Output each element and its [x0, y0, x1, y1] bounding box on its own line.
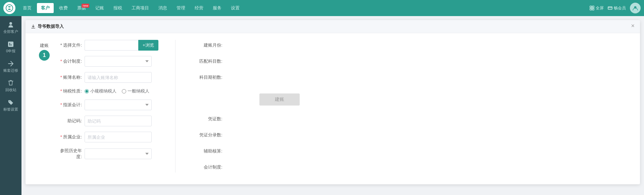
svg-rect-4: [592, 8, 594, 10]
accounting-system-row: 会计制度:: [55, 56, 158, 67]
tax-option-small[interactable]: 小规模纳税人: [85, 88, 116, 94]
sidebar: 全部客户 0申报 账套迁移 回收站 标签设置: [0, 16, 21, 195]
nav-business[interactable]: 经营: [191, 3, 207, 13]
company-label: 所属企业:: [55, 134, 82, 140]
company-input[interactable]: [85, 132, 152, 142]
tax-option-general[interactable]: 一般纳税人: [122, 88, 149, 94]
dialog: 导爷数据导入 × 建账 1 * 选择文件:: [26, 20, 640, 184]
nav-manage[interactable]: 管理: [172, 3, 189, 13]
step-label: 建账 1: [39, 40, 50, 61]
layout: 全部客户 0申报 账套迁移 回收站 标签设置 导爷数据导入: [0, 16, 644, 195]
form-section: * 选择文件: +浏览 会计制度:: [55, 40, 158, 160]
step-text: 建账: [40, 43, 49, 49]
sidebar-item-zero-report[interactable]: 0申报: [1, 38, 20, 56]
history-year-select[interactable]: [85, 148, 152, 159]
svg-point-0: [6, 5, 13, 11]
fullscreen-button[interactable]: 全屏: [590, 5, 604, 11]
match-subject-row: 匹配科目数:: [192, 56, 300, 67]
top-nav: 首页 客户 收费 票据 new 记账 报税 工商项目 消息 管理 经营 服务 设…: [0, 0, 644, 16]
accountant-select[interactable]: [85, 100, 152, 110]
nav-bookkeeping[interactable]: 记账: [91, 3, 108, 13]
ledger-name-row: 账簿名称:: [55, 72, 158, 83]
svg-rect-3: [590, 8, 592, 10]
nav-right: 全屏 畅会员: [590, 3, 641, 13]
member-label: 畅会员: [614, 5, 626, 11]
nav-service[interactable]: 服务: [209, 3, 226, 13]
step-circle: 1: [39, 50, 50, 61]
nav-items: 首页 客户 收费 票据 new 记账 报税 工商项目 消息 管理 经营 服务 设…: [19, 3, 590, 13]
tax-type-row: 纳税性质: 小规模纳税人 一般纳税人: [55, 88, 158, 94]
sidebar-item-migrate[interactable]: 账套迁移: [1, 58, 20, 76]
nav-message[interactable]: 消息: [154, 3, 171, 13]
step-section: 建账 1 * 选择文件: +浏览: [39, 40, 158, 173]
svg-rect-2: [592, 6, 594, 8]
sidebar-item-all-customers[interactable]: 全部客户: [1, 19, 20, 37]
user-avatar[interactable]: [630, 3, 641, 13]
memo-code-row: 助记码:: [55, 116, 158, 126]
build-month-label: 建账月份:: [192, 42, 222, 48]
accountant-row: 指派会计:: [55, 100, 158, 110]
dialog-body: 建账 1 * 选择文件: +浏览: [26, 33, 640, 179]
right-accounting-system-label: 会计制度:: [192, 164, 222, 170]
history-year-label: 参照历史年度:: [55, 148, 82, 160]
accounting-system-select[interactable]: [85, 56, 152, 67]
tax-radio-general[interactable]: [122, 89, 126, 93]
sidebar-item-tag[interactable]: 标签设置: [1, 96, 20, 115]
voucher-entries-label: 凭证分录数:: [192, 132, 222, 138]
nav-logo[interactable]: [3, 2, 15, 14]
history-year-row: 参照历史年度:: [55, 148, 158, 160]
tax-radio-small[interactable]: [85, 89, 89, 93]
file-input-wrap: +浏览: [85, 40, 158, 51]
nav-fee[interactable]: 收费: [55, 3, 72, 13]
dialog-title: 导爷数据导入: [38, 23, 64, 29]
ledger-name-label: 账簿名称:: [55, 74, 82, 80]
file-input[interactable]: [85, 40, 138, 51]
svg-rect-5: [608, 7, 612, 9]
accounting-system-label: 会计制度:: [55, 58, 82, 64]
memo-code-input[interactable]: [85, 116, 152, 126]
nav-tax[interactable]: 报税: [109, 3, 126, 13]
right-section: 建账月份: 匹配科目数: 科目期初数: 建账 凭证: [192, 40, 300, 173]
tax-type-radio-group: 小规模纳税人 一般纳税人: [85, 88, 149, 94]
right-accounting-system-row: 会计制度:: [192, 162, 300, 173]
member-button[interactable]: 畅会员: [608, 5, 626, 11]
aux-accounting-label: 辅助核算:: [192, 148, 222, 154]
nav-settings[interactable]: 设置: [227, 3, 244, 13]
match-subject-label: 匹配科目数:: [192, 58, 222, 64]
nav-home[interactable]: 首页: [19, 3, 36, 13]
file-label: * 选择文件:: [55, 42, 82, 48]
svg-rect-1: [590, 6, 592, 8]
import-icon: [31, 24, 36, 29]
initial-subject-label: 科目期初数:: [192, 74, 222, 80]
dialog-header: 导爷数据导入: [26, 20, 640, 33]
initial-subject-row: 科目期初数:: [192, 72, 300, 83]
voucher-count-label: 凭证数:: [192, 116, 222, 122]
new-badge: new: [82, 4, 89, 8]
fullscreen-label: 全屏: [596, 5, 604, 11]
accountant-label: 指派会计:: [55, 102, 82, 108]
build-month-row: 建账月份:: [192, 40, 300, 51]
company-row: 所属企业:: [55, 132, 158, 142]
voucher-entries-row: 凭证分录数:: [192, 130, 300, 140]
nav-invoice[interactable]: 票据 new: [73, 3, 90, 13]
memo-code-label: 助记码:: [55, 118, 82, 124]
ledger-name-input[interactable]: [85, 72, 152, 83]
file-row: * 选择文件: +浏览: [55, 40, 158, 51]
main-content: 导爷数据导入 × 建账 1 * 选择文件:: [21, 16, 644, 195]
vertical-divider: [175, 40, 176, 173]
tax-type-label: 纳税性质:: [55, 88, 82, 94]
browse-button[interactable]: +浏览: [138, 40, 158, 51]
aux-accounting-row: 辅助核算:: [192, 146, 300, 156]
voucher-count-row: 凭证数:: [192, 114, 300, 124]
sidebar-item-recycle[interactable]: 回收站: [1, 77, 20, 95]
nav-commerce[interactable]: 工商项目: [128, 3, 153, 13]
nav-customer[interactable]: 客户: [37, 3, 54, 13]
build-account-button[interactable]: 建账: [259, 93, 300, 106]
close-button[interactable]: ×: [631, 23, 635, 29]
